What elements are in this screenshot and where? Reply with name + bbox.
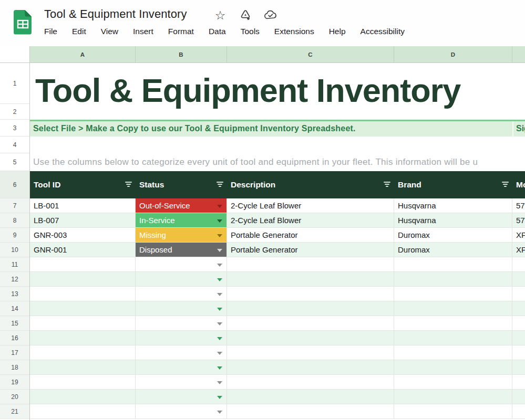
star-icon[interactable]: ☆ [213,8,227,22]
menu-file[interactable]: File [43,25,65,38]
cell-tool-id-empty[interactable] [30,345,136,360]
row-number-6[interactable]: 6 [0,171,29,198]
cell-status-empty[interactable] [136,257,227,271]
cell-model-empty[interactable] [512,272,525,286]
cell-tool-id-empty[interactable] [30,272,136,286]
cell-tool-id-empty[interactable] [30,257,136,271]
cell-brand-empty[interactable] [394,404,512,418]
cell-brand-empty[interactable] [394,287,512,301]
dropdown-arrow-icon[interactable] [217,264,222,267]
menu-tools[interactable]: Tools [233,25,267,38]
cell-model-empty[interactable] [512,345,525,360]
dropdown-arrow-icon[interactable] [217,322,222,326]
dropdown-arrow-icon[interactable] [217,381,222,384]
cell-description-empty[interactable] [227,404,394,418]
row-4-blank[interactable] [30,136,525,153]
cell-description[interactable]: Portable Generator [227,243,394,257]
row-number-8[interactable]: 8 [0,213,29,228]
cell-brand-empty[interactable] [394,375,512,389]
cell-model-empty[interactable] [512,257,525,271]
cell-brand-empty[interactable] [394,360,512,374]
row-number-12[interactable]: 12 [0,272,29,287]
cell-status[interactable]: Disposed [136,243,227,257]
cell-tool-id[interactable]: LB-001 [30,198,136,213]
cell-status-empty[interactable] [136,375,227,389]
dropdown-arrow-icon[interactable] [217,278,222,281]
row-number-17[interactable]: 17 [0,345,29,360]
cell-e3-fragment[interactable]: Sig [512,121,525,136]
cell-brand-empty[interactable] [394,390,512,404]
cell-brand[interactable]: Duromax [394,243,512,257]
cell-tool-id-empty[interactable] [30,404,136,418]
header-cell-status[interactable]: Status [136,171,227,198]
row-number-2[interactable]: 2 [0,104,29,120]
cell-status-empty[interactable] [136,287,227,301]
status-dropdown-chip[interactable]: Out-of-Service [136,198,227,213]
cell-tool-id[interactable]: GNR-003 [30,228,136,242]
filter-icon[interactable] [125,182,132,188]
row-number-15[interactable]: 15 [0,316,29,331]
menu-format[interactable]: Format [161,25,201,38]
cell-tool-id[interactable]: LB-007 [30,213,136,227]
cell-status[interactable]: In-Service [136,213,227,227]
row-number-9[interactable]: 9 [0,228,29,243]
cell-model-fragment[interactable]: XP [512,228,525,242]
cell-brand[interactable]: Husqvarna [394,198,512,213]
dropdown-arrow-icon[interactable] [217,352,222,355]
cell-description-empty[interactable] [227,345,394,360]
cell-brand-empty[interactable] [394,301,512,316]
column-header-d[interactable]: D [394,46,512,62]
dropdown-arrow-icon[interactable] [217,366,222,370]
cell-brand-empty[interactable] [394,316,512,330]
document-title[interactable]: Tool & Equipment Inventory [44,7,187,21]
cell-model-empty[interactable] [512,316,525,330]
column-header-b[interactable]: B [136,46,227,62]
row-number-10[interactable]: 10 [0,243,29,257]
cell-status-empty[interactable] [136,316,227,330]
cell-description-empty[interactable] [227,272,394,286]
menu-view[interactable]: View [94,25,126,38]
dropdown-arrow-icon[interactable] [217,308,222,311]
menu-accessibility[interactable]: Accessibility [353,25,412,38]
row-number-5[interactable]: 5 [0,153,29,171]
cell-model-empty[interactable] [512,331,525,345]
cell-description[interactable]: 2-Cycle Leaf Blower [227,198,394,213]
cell-status-empty[interactable] [136,360,227,374]
header-cell-tool-id[interactable]: Tool ID [30,171,136,198]
cell-tool-id-empty[interactable] [30,360,136,374]
cell-status-empty[interactable] [136,301,227,316]
dropdown-arrow-icon[interactable] [217,293,222,296]
cell-status-empty[interactable] [136,390,227,404]
cell-description-empty[interactable] [227,257,394,271]
dropdown-arrow-icon[interactable] [217,234,222,237]
cell-model-empty[interactable] [512,375,525,389]
cell-brand-empty[interactable] [394,272,512,286]
cell-description-empty[interactable] [227,360,394,374]
filter-icon[interactable] [501,182,509,188]
cell-model-fragment[interactable]: 57 [512,198,525,213]
column-header-e[interactable] [512,46,525,62]
cell-model-empty[interactable] [512,390,525,404]
cell-status-empty[interactable] [136,404,227,418]
menu-edit[interactable]: Edit [65,25,94,38]
cell-brand-empty[interactable] [394,257,512,271]
dropdown-arrow-icon[interactable] [217,411,222,414]
status-dropdown-chip[interactable]: Disposed [136,243,227,257]
move-to-drive-icon[interactable] [239,8,252,22]
cell-a5-note[interactable]: Use the columns below to categorize ever… [30,153,525,171]
filter-icon[interactable] [383,182,390,188]
cell-brand-empty[interactable] [394,331,512,345]
dropdown-arrow-icon[interactable] [217,396,222,399]
header-cell-description[interactable]: Description [227,171,394,198]
cell-model-empty[interactable] [512,404,525,418]
cell-tool-id-empty[interactable] [30,375,136,389]
cell-description-empty[interactable] [227,390,394,404]
cell-a1-title[interactable]: Tool & Equipment Inventory [30,63,525,120]
cell-status-empty[interactable] [136,331,227,345]
cell-description-empty[interactable] [227,301,394,316]
cell-description[interactable]: 2-Cycle Leaf Blower [227,213,394,227]
cell-tool-id-empty[interactable] [30,390,136,404]
dropdown-arrow-icon[interactable] [217,249,222,252]
status-dropdown-chip[interactable]: Missing [136,228,227,242]
cell-tool-id-empty[interactable] [30,301,136,316]
